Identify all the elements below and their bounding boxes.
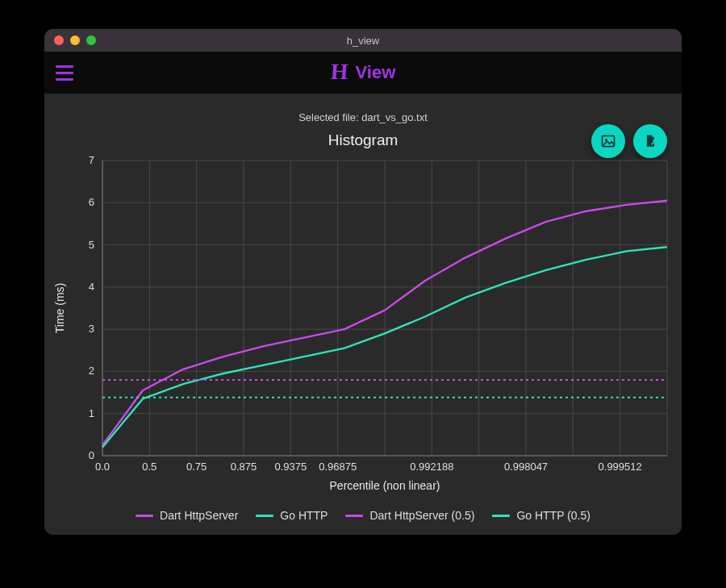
legend-swatch (345, 515, 363, 517)
svg-text:0.5: 0.5 (142, 461, 156, 473)
titlebar[interactable]: h_view (44, 29, 682, 52)
hamburger-icon (56, 65, 73, 68)
legend-item: Dart HttpServer (136, 509, 238, 522)
close-icon[interactable] (54, 35, 64, 45)
legend-item: Dart HttpServer (0.5) (345, 509, 474, 522)
app-brand: H View (44, 60, 682, 85)
legend-item: Go HTTP (0.5) (492, 509, 590, 522)
legend-swatch (492, 515, 510, 517)
app-bar: H View (44, 52, 682, 94)
svg-text:Time (ms): Time (ms) (53, 283, 66, 333)
svg-text:Percentile (non linear): Percentile (non linear) (330, 479, 440, 492)
svg-text:6: 6 (89, 196, 94, 208)
image-icon (600, 133, 616, 149)
minimize-icon[interactable] (70, 35, 80, 45)
chart-title: Histogram (44, 131, 682, 149)
svg-text:0.75: 0.75 (186, 461, 207, 473)
app-name: View (356, 62, 396, 83)
content-area: Selected file: dart_vs_go.txt Histogram … (44, 94, 682, 535)
file-upload-icon (642, 133, 658, 149)
selected-file-label: Selected file: dart_vs_go.txt (44, 111, 682, 123)
svg-text:0.9375: 0.9375 (274, 461, 307, 473)
legend-swatch (256, 515, 273, 517)
traffic-lights (54, 35, 96, 45)
svg-text:1: 1 (89, 407, 94, 419)
legend-label: Dart HttpServer (0.5) (369, 509, 474, 522)
svg-text:5: 5 (89, 239, 94, 251)
histogram-chart: 012345670.00.50.750.8750.93750.968750.99… (44, 149, 682, 501)
svg-text:7: 7 (89, 154, 94, 166)
chart-area: 012345670.00.50.750.8750.93750.968750.99… (44, 149, 682, 501)
legend-swatch (136, 515, 153, 517)
logo-h-icon: H (330, 59, 349, 85)
legend-label: Go HTTP (280, 509, 328, 522)
svg-text:0.998047: 0.998047 (504, 461, 548, 473)
svg-text:0.999512: 0.999512 (599, 461, 642, 473)
window-title: h_view (44, 35, 682, 47)
legend-label: Go HTTP (0.5) (516, 509, 590, 522)
svg-text:0: 0 (89, 449, 94, 461)
svg-text:0.96875: 0.96875 (319, 461, 357, 473)
svg-text:0.0: 0.0 (95, 461, 110, 473)
svg-text:2: 2 (89, 365, 94, 377)
svg-text:3: 3 (89, 323, 94, 335)
legend: Dart HttpServer Go HTTP Dart HttpServer … (44, 501, 682, 535)
legend-item: Go HTTP (256, 509, 328, 522)
app-window: h_view H View (44, 29, 682, 535)
svg-text:0.992188: 0.992188 (410, 461, 453, 473)
zoom-icon[interactable] (86, 35, 96, 45)
legend-label: Dart HttpServer (160, 509, 238, 522)
svg-text:4: 4 (89, 281, 94, 293)
svg-text:0.875: 0.875 (231, 461, 257, 473)
menu-button[interactable] (56, 62, 77, 83)
